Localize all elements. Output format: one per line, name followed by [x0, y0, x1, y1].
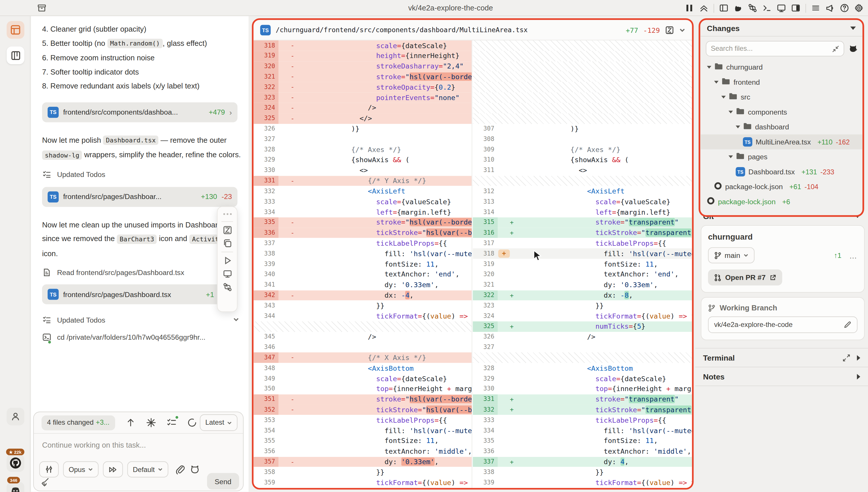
diff-line[interactable]: [473, 352, 692, 363]
attachment-paperclip-icon[interactable]: [175, 464, 185, 475]
diff-line[interactable]: 311 <>: [473, 165, 692, 176]
mode-dropdown[interactable]: Default: [127, 461, 168, 477]
tree-item-package-lock-json[interactable]: package-lock.json+61-104: [700, 179, 863, 194]
branch-dropdown[interactable]: main: [708, 247, 755, 263]
git-compare-icon[interactable]: [222, 282, 232, 292]
rail-tab-board[interactable]: [7, 46, 24, 64]
diff-view-icon[interactable]: [222, 225, 232, 235]
updated-todos-row[interactable]: Updated Todos: [42, 169, 242, 179]
help-icon[interactable]: [840, 3, 849, 13]
megaphone-icon[interactable]: [825, 3, 835, 13]
diff-line[interactable]: 337 tickLabelProps={{: [253, 238, 471, 249]
diff-line[interactable]: 322- strokeOpacity={0.2}: [253, 82, 471, 93]
diff-line[interactable]: 333 scale={valueScale}: [253, 196, 471, 207]
diff-line[interactable]: 336 textAnchor: 'middle',: [473, 446, 692, 457]
add-comment-button[interactable]: +: [498, 249, 510, 258]
diff-line[interactable]: 319 fontSize: 11,: [473, 259, 692, 270]
diff-line[interactable]: 331- {/* Y Axis */}: [253, 176, 471, 186]
diff-line[interactable]: 355 fontSize: 11,: [253, 436, 471, 446]
diff-line[interactable]: 318- scale={dateScale}: [253, 40, 471, 51]
tree-item-src[interactable]: src: [700, 90, 863, 104]
diff-line[interactable]: 320 textAnchor: 'end',: [473, 269, 692, 280]
file-diff-chip[interactable]: TSfrontend/src/components/dashboa...+479…: [42, 102, 237, 122]
message-input[interactable]: Continue working on this task...: [34, 434, 243, 449]
diff-line[interactable]: 334 left={margin.left}: [253, 207, 471, 217]
model-dropdown[interactable]: Opus: [63, 461, 98, 477]
diff-line[interactable]: 352- tickStroke="hsl(var(--border))": [253, 405, 471, 415]
clear-broom-button[interactable]: [39, 477, 50, 490]
diff-old-column[interactable]: 318- scale={dateScale}319- height={inner…: [253, 40, 472, 488]
diff-line[interactable]: 351- stroke="hsl(var(--border))": [253, 394, 471, 405]
diff-line[interactable]: 326 )}: [253, 124, 471, 134]
file-diff-chip[interactable]: TSfrontend/src/pages/Dashboar...+130-23: [42, 187, 237, 207]
diff-line[interactable]: 327: [473, 342, 692, 353]
chevron-down-icon[interactable]: [736, 126, 740, 128]
diff-view-toggle-icon[interactable]: [665, 25, 674, 34]
github-cat-icon[interactable]: [848, 44, 858, 54]
diff-line[interactable]: 342- dx: -4,: [253, 290, 471, 300]
collapse-up-icon[interactable]: [699, 3, 708, 13]
expand-icon[interactable]: [842, 353, 850, 362]
tree-item-dashboard-tsx[interactable]: TSDashboard.tsx+131-233: [700, 164, 863, 179]
diff-line[interactable]: 308: [473, 134, 692, 145]
diff-line[interactable]: [473, 176, 692, 186]
fast-forward-button[interactable]: [103, 461, 123, 477]
diff-line[interactable]: [473, 72, 692, 82]
pause-icon[interactable]: [685, 3, 694, 13]
upload-arrow-icon[interactable]: [125, 417, 136, 428]
diff-line[interactable]: 320- strokeDasharray="2,4": [253, 61, 471, 72]
diff-line[interactable]: 357- dy: '0.33em',: [253, 457, 471, 467]
diff-line[interactable]: [473, 82, 692, 93]
diff-line[interactable]: 332 <AxisLeft: [253, 186, 471, 196]
chevron-down-icon[interactable]: [728, 110, 733, 114]
tree-item-churnguard[interactable]: churnguard: [700, 60, 863, 75]
send-button[interactable]: Send: [207, 473, 239, 489]
settings-sliders-button[interactable]: [39, 461, 58, 477]
diff-line[interactable]: 315+ stroke="transparent": [473, 217, 692, 228]
diff-line[interactable]: 325- </>: [253, 113, 471, 124]
tree-item-multilinearea-tsx[interactable]: TSMultiLineArea.tsx+110-162: [700, 134, 863, 149]
collapse-tree-icon[interactable]: [832, 45, 839, 52]
diff-line[interactable]: [473, 40, 692, 51]
chevron-down-icon[interactable]: [728, 155, 733, 158]
diff-line[interactable]: 319- height={innerHeight}: [253, 51, 471, 61]
diff-line[interactable]: 313 scale={valueScale}: [473, 196, 692, 207]
diff-line[interactable]: 332+ tickStroke="transparent": [473, 405, 692, 415]
diff-line[interactable]: 328 <AxisBottom: [473, 363, 692, 373]
diff-line[interactable]: 339 tickFormat={(value) => timeFormat(va…: [473, 477, 692, 488]
diff-line[interactable]: 327: [253, 134, 471, 145]
archive-icon[interactable]: [37, 3, 46, 13]
diff-line[interactable]: 314 left={margin.left}: [473, 207, 692, 217]
expand-section-icon[interactable]: [857, 374, 860, 379]
file-diff-chip[interactable]: TSfrontend/src/pages/Dashboard.tsx+1-5›: [42, 284, 237, 304]
tree-item-dashboard[interactable]: dashboard: [700, 120, 863, 134]
tree-item-pages[interactable]: pages: [700, 149, 863, 164]
diff-line[interactable]: 322+ dx: -8,: [473, 290, 692, 300]
diff-new-column[interactable]: 307 )}308309 {/* Axes */}310 {showAxis &…: [473, 40, 692, 488]
tool-call-row[interactable]: Read frontend/src/pages/Dashboard.tsx: [42, 268, 242, 277]
monitor-icon[interactable]: [777, 3, 786, 13]
right-panel-icon[interactable]: [791, 3, 800, 13]
diff-line[interactable]: 326 />: [473, 332, 692, 342]
spark-icon[interactable]: [145, 417, 157, 428]
assistant-cat-icon[interactable]: [734, 3, 743, 13]
diff-line[interactable]: 317 tickLabelProps={{: [473, 238, 692, 249]
chevron-down-icon[interactable]: [233, 316, 239, 324]
diff-line[interactable]: 333 tickLabelProps={{: [473, 415, 692, 425]
diff-line[interactable]: 341 dy: '0.33em',: [253, 280, 471, 290]
diff-line[interactable]: 356 textAnchor: 'middle',: [253, 446, 471, 457]
diff-line[interactable]: 318+ fill: 'hsl(var(--muted-foreground))…: [473, 249, 692, 259]
diff-line[interactable]: 323- pointerEvents="none": [253, 93, 471, 103]
chevron-down-icon[interactable]: [714, 81, 719, 83]
chevron-down-icon[interactable]: [721, 96, 726, 99]
more-menu-button[interactable]: …: [849, 251, 858, 260]
search-files-input[interactable]: Search files...: [706, 41, 844, 56]
tree-item-frontend[interactable]: frontend: [700, 75, 863, 89]
diff-line[interactable]: 340 textAnchor: 'end',: [253, 269, 471, 280]
diff-line[interactable]: 329 {showAxis && (: [253, 155, 471, 165]
diff-line[interactable]: 330 top={innerHeight + margin.top}: [473, 384, 692, 394]
diff-line[interactable]: [473, 93, 692, 103]
diff-line[interactable]: 347- {/* X Axis */}: [253, 352, 471, 363]
diff-line[interactable]: [473, 61, 692, 72]
run-play-icon[interactable]: [222, 255, 232, 266]
